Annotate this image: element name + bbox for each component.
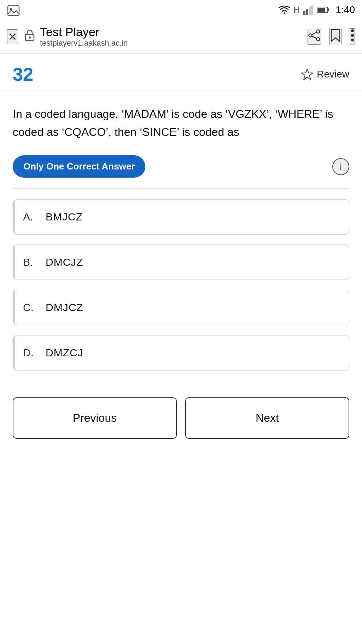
next-button[interactable]: Next <box>185 397 349 439</box>
svg-line-15 <box>312 36 317 39</box>
option-d[interactable]: D. DMZCJ <box>13 335 349 370</box>
status-bar-left-icon <box>7 4 20 18</box>
option-b-letter: B. <box>23 256 36 268</box>
svg-rect-0 <box>8 6 19 16</box>
svg-rect-4 <box>309 7 311 15</box>
question-number: 32 <box>13 64 33 85</box>
more-icon <box>351 29 354 42</box>
review-label: Review <box>317 69 349 80</box>
svg-point-10 <box>29 36 31 39</box>
svg-point-12 <box>309 34 312 37</box>
navigation-buttons: Previous Next <box>0 385 362 453</box>
more-options-button[interactable] <box>350 28 355 45</box>
option-b[interactable]: B. DMCJZ <box>13 245 349 280</box>
option-c-text: DMJCZ <box>46 301 83 314</box>
info-button[interactable]: i <box>332 158 349 175</box>
status-icons: H 1:40 <box>279 4 355 16</box>
option-a-text: BMJCZ <box>46 211 83 223</box>
app-bar-actions <box>308 28 355 45</box>
svg-rect-8 <box>317 8 325 12</box>
svg-point-16 <box>351 29 354 32</box>
option-d-letter: D. <box>23 347 36 359</box>
lock-icon <box>24 29 35 44</box>
option-a-letter: A. <box>23 211 36 223</box>
option-d-text: DMZCJ <box>46 347 83 359</box>
svg-rect-7 <box>328 8 329 11</box>
svg-point-17 <box>351 34 354 37</box>
divider <box>13 188 349 189</box>
answer-type-section: Only One Correct Answer i <box>0 152 362 185</box>
option-c[interactable]: C. DMJCZ <box>13 290 349 325</box>
svg-point-18 <box>351 39 354 41</box>
signal-icon <box>303 5 313 15</box>
star-icon <box>301 68 313 80</box>
options-list: A. BMJCZ B. DMCJZ C. DMJCZ D. DMZCJ <box>0 192 362 378</box>
question-text: In a coded language, ‘MADAM’ is code as … <box>13 105 349 141</box>
battery-icon <box>317 6 329 13</box>
svg-point-13 <box>317 38 320 41</box>
option-c-letter: C. <box>23 301 36 314</box>
bookmark-icon <box>330 29 341 42</box>
option-a[interactable]: A. BMJCZ <box>13 199 349 235</box>
wifi-icon <box>279 5 290 15</box>
svg-point-11 <box>317 30 320 33</box>
answer-type-badge: Only One Correct Answer <box>13 155 145 178</box>
question-header: 32 Review <box>0 54 362 91</box>
review-button[interactable]: Review <box>301 68 349 80</box>
image-icon <box>7 4 20 17</box>
share-button[interactable] <box>308 29 321 45</box>
svg-rect-5 <box>311 5 313 15</box>
info-symbol: i <box>340 161 342 172</box>
app-bar: ✕ Test Player testplayerv1.aakash.ac.in <box>0 20 362 54</box>
svg-marker-19 <box>302 69 313 80</box>
question-body: In a coded language, ‘MADAM’ is code as … <box>0 91 362 152</box>
svg-rect-2 <box>303 11 305 15</box>
app-bar-title: Test Player <box>40 25 308 39</box>
status-time: 1:40 <box>336 4 355 16</box>
lock-svg-icon <box>24 29 35 41</box>
bookmark-button[interactable] <box>329 28 341 45</box>
app-bar-title-group: Test Player testplayerv1.aakash.ac.in <box>40 25 308 48</box>
status-bar: H 1:40 <box>0 0 362 20</box>
svg-line-14 <box>312 32 317 35</box>
option-b-text: DMCJZ <box>46 256 83 268</box>
network-type: H <box>293 5 299 15</box>
close-button[interactable]: ✕ <box>7 29 18 44</box>
previous-button[interactable]: Previous <box>13 397 177 439</box>
app-bar-subtitle: testplayerv1.aakash.ac.in <box>40 39 308 48</box>
share-icon <box>308 29 320 41</box>
svg-rect-3 <box>306 9 308 15</box>
